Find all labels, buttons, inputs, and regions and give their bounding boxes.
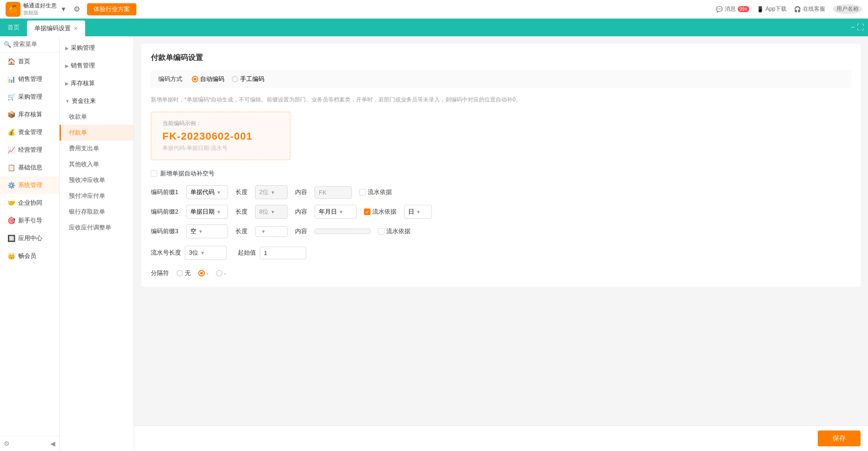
sec-item-expense[interactable]: 费用支出单 — [60, 141, 134, 156]
form-rows: 编码前缀1 单据代码 ▼ 长度 2位 ▼ 内容 FK — [151, 185, 851, 238]
sec-group-capital-header[interactable]: ▼ 资金往来 — [60, 93, 134, 109]
message-button[interactable]: 💬 消息 99+ — [716, 5, 749, 13]
app-download-button[interactable]: 📱 App下载 — [757, 5, 787, 13]
sidebar-item-finance[interactable]: 💰 资金管理 — [0, 123, 59, 141]
preview-sub: 单据代码-单据日期-流水号 — [162, 144, 279, 152]
service-button[interactable]: 🎧 在线客服 — [794, 5, 825, 13]
sec-group-sales-header[interactable]: ▶ 销售管理 — [60, 58, 134, 74]
content2-select-arrow: ▼ — [339, 209, 343, 215]
sec-item-adjustment[interactable]: 应收应付调整单 — [60, 220, 134, 236]
serial-row: 流水号长度 3位 ▼ 起始值 — [151, 246, 851, 260]
sidebar-item-enterprise[interactable]: 🤝 企业协同 — [0, 194, 59, 212]
length1-select[interactable]: 2位 ▼ — [255, 185, 288, 199]
sidebar-item-apps[interactable]: 🔲 应用中心 — [0, 229, 59, 247]
guide-icon: 🎯 — [7, 217, 15, 224]
prefix1-select[interactable]: 单据代码 ▼ — [186, 185, 228, 199]
length3-label: 长度 — [236, 227, 248, 236]
separator-dash-radio[interactable]: · — [216, 270, 226, 277]
manual-code-radio[interactable]: 手工编码 — [232, 75, 264, 83]
length2-select[interactable]: 8位 ▼ — [255, 205, 288, 219]
prefix1-label: 编码前缀1 — [151, 188, 179, 196]
tabbar: 首页 单据编码设置 ✕ − ⛶ — [0, 19, 868, 36]
info-text: 新增单据时，*单据编码*自动生成，不可编辑。前缀设置为部门、业务员等档案类，开单… — [151, 95, 851, 104]
separator-label: 分隔符 — [151, 269, 169, 277]
tab-maximize-button[interactable]: ⛶ — [857, 23, 864, 32]
serial-length-select[interactable]: 3位 ▼ — [185, 246, 227, 260]
encoding-method-label: 编码方式 — [158, 75, 182, 83]
serial1-checkbox[interactable]: 流水依据 — [359, 188, 392, 196]
sidebar-item-member[interactable]: 👑 畅会员 — [0, 247, 59, 265]
sidebar-item-basic-info[interactable]: 📋 基础信息 — [0, 159, 59, 176]
service-icon: 🎧 — [794, 6, 801, 13]
prefix2-label: 编码前缀2 — [151, 208, 179, 216]
dropdown-arrow[interactable]: ▼ — [61, 6, 67, 13]
management-icon: 📈 — [7, 146, 15, 154]
sidebar-search[interactable]: 🔍 搜索菜单 — [0, 36, 59, 53]
collapse-button[interactable]: ◀ — [50, 440, 55, 447]
sec-item-bank[interactable]: 银行存取款单 — [60, 204, 134, 220]
length3-select-arrow: ▼ — [261, 229, 266, 234]
sec-group-purchase: ▶ 采购管理 — [60, 40, 134, 56]
secondary-sidebar: ▶ 采购管理 ▶ 销售管理 ▶ 库存核算 ▼ 资金往来 收款单 付款单 费用支出… — [60, 36, 134, 451]
sidebar-item-system[interactable]: ⚙️ 系统管理 — [0, 176, 59, 194]
separator-none-radio[interactable]: 无 — [176, 269, 191, 277]
sec-group-inventory-header[interactable]: ▶ 库存核算 — [60, 75, 134, 91]
length3-select[interactable]: ▼ — [255, 226, 288, 237]
day-select[interactable]: 日 ▼ — [404, 205, 432, 219]
content1-value: FK — [315, 186, 352, 199]
prefix3-select[interactable]: 空 ▼ — [186, 224, 228, 238]
user-avatar[interactable]: 用户名称 — [833, 4, 862, 14]
settings-button[interactable]: ⚙ — [70, 3, 83, 16]
settings-bottom-button[interactable]: ⚙ — [4, 440, 10, 447]
sec-item-prepay-payable[interactable]: 预付冲应付单 — [60, 188, 134, 204]
sec-item-receipt[interactable]: 收款单 — [60, 109, 134, 125]
sidebar-item-management[interactable]: 📈 经营管理 — [0, 141, 59, 159]
sidebar-item-inventory[interactable]: 📦 库存核算 — [0, 106, 59, 123]
member-icon: 👑 — [7, 252, 15, 260]
chevron-down-icon: ▼ — [65, 99, 70, 104]
content2-select[interactable]: 年月日 ▼ — [315, 205, 357, 219]
prefix2-row: 编码前缀2 单据日期 ▼ 长度 8位 ▼ 内容 年月日 — [151, 205, 851, 219]
tab-minimize-button[interactable]: − — [851, 23, 855, 32]
logo: 🍊 畅通道好生意 旗舰版 — [6, 2, 57, 17]
topbar: 🍊 畅通道好生意 旗舰版 ▼ ⚙ 体验行业方案 💬 消息 99+ 📱 App下载… — [0, 0, 868, 19]
inventory-icon: 📦 — [7, 111, 15, 118]
tab-close-icon[interactable]: ✕ — [74, 26, 78, 32]
tab-home[interactable]: 首页 — [0, 19, 27, 36]
prefix2-select[interactable]: 单据日期 ▼ — [186, 205, 228, 219]
serial3-checkbox[interactable]: 流水依据 — [378, 227, 410, 236]
purchase-icon: 🛒 — [7, 93, 15, 101]
tab-encoding-settings[interactable]: 单据编码设置 ✕ — [27, 20, 85, 36]
length2-select-arrow: ▼ — [270, 209, 275, 215]
save-button[interactable]: 保存 — [818, 431, 861, 446]
prefix1-select-arrow: ▼ — [216, 190, 221, 195]
topbar-nav: ▼ — [61, 6, 67, 13]
auto-fill-row: 新增单据自动补空号 — [151, 169, 851, 178]
serial-length-field: 流水号长度 3位 ▼ — [151, 246, 227, 260]
day-select-arrow: ▼ — [416, 209, 421, 215]
sec-item-prepay-receivable[interactable]: 预收冲应收单 — [60, 172, 134, 188]
serial2-checkbox[interactable]: ✓ 流水依据 — [364, 208, 397, 216]
sidebar: 🔍 搜索菜单 🏠 首页 📊 销售管理 🛒 采购管理 📦 库存核算 💰 资金管理 … — [0, 36, 60, 451]
sidebar-item-home[interactable]: 🏠 首页 — [0, 53, 59, 70]
separator-row: 分隔符 无 · · — [151, 269, 851, 277]
prefix2-select-arrow: ▼ — [216, 209, 221, 215]
prefix3-label: 编码前缀3 — [151, 227, 179, 236]
trial-button[interactable]: 体验行业方案 — [87, 3, 136, 15]
start-value-input[interactable] — [260, 247, 306, 259]
tabbar-actions: − ⛶ — [851, 23, 864, 32]
sec-group-purchase-header[interactable]: ▶ 采购管理 — [60, 40, 134, 56]
sec-group-sales: ▶ 销售管理 — [60, 58, 134, 74]
sec-item-payment[interactable]: 付款单 — [60, 125, 134, 141]
auto-fill-checkbox[interactable] — [151, 170, 157, 177]
sidebar-item-purchase[interactable]: 🛒 采购管理 — [0, 88, 59, 106]
separator-dot-radio[interactable]: · — [198, 270, 209, 277]
finance-icon: 💰 — [7, 128, 15, 136]
sec-item-other-income[interactable]: 其他收入单 — [60, 156, 134, 172]
message-badge: 99+ — [738, 6, 749, 12]
auto-code-radio[interactable]: 自动编码 — [192, 75, 224, 83]
sidebar-item-sales[interactable]: 📊 销售管理 — [0, 70, 59, 88]
sidebar-item-guide[interactable]: 🎯 新手引导 — [0, 212, 59, 229]
encoding-method-row: 编码方式 自动编码 手工编码 — [151, 70, 851, 88]
search-icon: 🔍 — [4, 41, 11, 48]
